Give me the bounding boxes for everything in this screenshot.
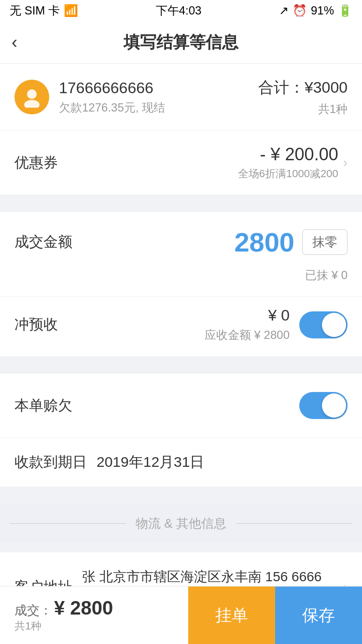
credit-card: 本单赊欠 收款到期日 2019年12月31日 <box>0 374 362 487</box>
section-divider: 物流 & 其他信息 <box>0 504 362 543</box>
gray-divider-4 <box>0 543 362 552</box>
amount-card: 成交金额 2800 抹零 已抹 ¥ 0 冲预收 ¥ 0 应收金额 ¥ 2800 <box>0 212 362 356</box>
gray-divider-1 <box>0 202 362 212</box>
credit-toggle[interactable] <box>299 392 348 419</box>
credit-row: 本单赊欠 <box>0 374 362 437</box>
prepay-amount: ¥ 0 <box>268 307 290 324</box>
avatar-icon <box>21 86 42 108</box>
location-icon: ↗ <box>279 4 289 17</box>
section-divider-text: 物流 & 其他信息 <box>136 515 226 532</box>
prepay-values: ¥ 0 应收金额 ¥ 2800 <box>205 307 290 343</box>
bottom-transaction-label: 成交： <box>14 602 52 619</box>
wifi-icon: 📶 <box>64 4 78 17</box>
round-button[interactable]: 抹零 <box>302 229 348 255</box>
prepay-toggle[interactable] <box>299 311 348 338</box>
user-phone: 17666666666 <box>59 79 258 97</box>
credit-toggle-circle <box>322 393 346 418</box>
credit-label: 本单赊欠 <box>14 396 72 416</box>
toggle-circle <box>322 313 346 337</box>
user-info-text: 17666666666 欠款1276.35元, 现结 <box>59 79 258 115</box>
bottom-bar: 成交： ¥ 2800 共1种 挂单 保存 <box>0 586 362 644</box>
time-display: 下午4:03 <box>156 3 202 18</box>
divider-line-left <box>10 523 126 524</box>
coupon-row[interactable]: 优惠券 - ¥ 200.00 全场6折满1000减200 › <box>0 131 362 195</box>
battery-text: 91% <box>311 4 334 17</box>
date-label: 收款到期日 <box>14 452 87 472</box>
status-bar: 无 SIM 卡 📶 下午4:03 ↗ ⏰ 91% 🔋 <box>0 0 362 21</box>
prepay-inline: ¥ 0 应收金额 ¥ 2800 <box>205 307 348 343</box>
coupon-label: 优惠券 <box>14 153 58 173</box>
bottom-summary: 成交： ¥ 2800 共1种 <box>0 597 188 633</box>
chevron-right-icon: › <box>343 155 348 170</box>
user-total: 合计：¥3000 共1种 <box>258 77 348 117</box>
amount-label: 成交金额 <box>14 232 72 252</box>
battery-icon: 🔋 <box>338 4 352 17</box>
avatar <box>14 80 49 114</box>
main-content: 17666666666 欠款1276.35元, 现结 合计：¥3000 共1种 … <box>0 64 362 644</box>
back-button[interactable]: ‹ <box>12 32 17 53</box>
divider-line-right <box>236 523 352 524</box>
coupon-description: 全场6折满1000减200 <box>238 167 338 181</box>
carrier-text: 无 SIM 卡 <box>10 3 60 18</box>
rounded-sub-text: 已抹 ¥ 0 <box>305 267 348 283</box>
save-button[interactable]: 保存 <box>275 587 362 644</box>
bottom-amount: ¥ 2800 <box>54 597 113 619</box>
amount-row: 成交金额 2800 抹零 <box>0 212 362 267</box>
amount-right: 2800 抹零 <box>234 226 348 258</box>
alarm-icon: ⏰ <box>292 4 307 17</box>
user-row: 17666666666 欠款1276.35元, 现结 合计：¥3000 共1种 <box>0 64 362 131</box>
date-value: 2019年12月31日 <box>97 452 204 472</box>
status-right: ↗ ⏰ 91% 🔋 <box>279 4 352 17</box>
svg-point-1 <box>24 100 40 108</box>
nav-bar: ‹ 填写结算等信息 <box>0 21 362 64</box>
svg-point-0 <box>27 89 37 99</box>
date-row: 收款到期日 2019年12月31日 <box>0 437 362 487</box>
user-info-card: 17666666666 欠款1276.35元, 现结 合计：¥3000 共1种 … <box>0 64 362 195</box>
pending-button[interactable]: 挂单 <box>188 587 275 644</box>
transaction-value: 2800 <box>234 226 294 258</box>
coupon-info: - ¥ 200.00 全场6折满1000减200 <box>238 144 338 181</box>
total-amount: 合计：¥3000 <box>258 77 348 98</box>
bottom-count: 共1种 <box>14 619 174 633</box>
gray-divider-2 <box>0 364 362 374</box>
gray-divider-3 <box>0 494 362 504</box>
page-title: 填写结算等信息 <box>124 31 238 54</box>
prepay-row: 冲预收 ¥ 0 应收金额 ¥ 2800 <box>0 296 362 356</box>
status-left: 无 SIM 卡 📶 <box>10 3 78 18</box>
total-count: 共1种 <box>258 101 348 117</box>
amount-sub: 已抹 ¥ 0 <box>0 267 362 296</box>
prepay-label: 冲预收 <box>14 315 58 335</box>
prepay-sub: 应收金额 ¥ 2800 <box>205 327 290 343</box>
user-debt: 欠款1276.35元, 现结 <box>59 100 258 115</box>
coupon-discount: - ¥ 200.00 <box>260 144 338 165</box>
